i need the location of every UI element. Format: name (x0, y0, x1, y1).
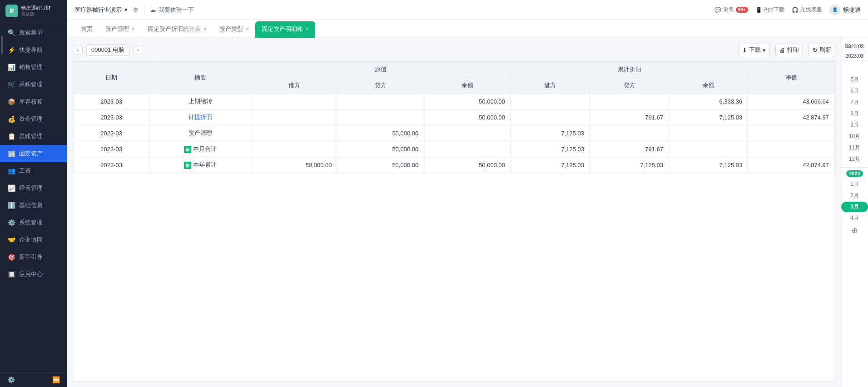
sidebar-item-label: 工资 (19, 167, 31, 175)
cell-accum-balance (669, 141, 748, 157)
cell-orig-debit (251, 109, 337, 125)
sidebar-item-quick-nav[interactable]: ⚡ 快捷导航 (0, 41, 67, 59)
sidebar-item-sales[interactable]: 📊 销售管理 (0, 59, 67, 76)
month-list: 5月 6月 7月 8月 9月 10月 11月 12月 2023 1月 2月 3月… (841, 74, 868, 237)
month-item[interactable]: 6月 (841, 86, 868, 96)
scroll-down-icon[interactable]: ⊕ (850, 224, 859, 237)
messages-button[interactable]: 💬 消息 99+ (714, 6, 748, 14)
second-year-label: 2023.03 (841, 51, 868, 61)
subtotal-icon: ▣ (184, 162, 191, 169)
refresh-button[interactable]: ↻ 刷新 (808, 44, 835, 56)
content-main: ‹ 000001 电脑 › ⬇ 下载 ▾ 🖨 打印 ↻ 刷新 (67, 38, 841, 387)
sidebar-item-fixed-assets[interactable]: 🏢 固定资产 (0, 145, 67, 162)
purchase-icon: 🛒 (7, 80, 15, 89)
service-label: 在线客服 (800, 6, 822, 14)
tab-depreciation-stats[interactable]: 固定资产折旧统计表 × (141, 21, 213, 38)
prev-asset-button[interactable]: ‹ (73, 45, 83, 55)
user-profile[interactable]: 👤 畅捷通 (829, 5, 861, 15)
logo-icon: 财 (5, 5, 18, 17)
month-item[interactable]: 2月 (841, 190, 868, 201)
cell-orig-credit: 50,000.00 (337, 157, 424, 173)
month-item[interactable]: 8月 (841, 109, 868, 119)
company-selector[interactable]: 医疗器械行业演示 ▾ (74, 6, 128, 14)
tab-asset-type[interactable]: 资产类型 × (213, 21, 255, 38)
col-net-value: 净值 (748, 62, 835, 94)
sidebar-item-capital[interactable]: 💰 资金管理 (0, 110, 67, 128)
print-button[interactable]: 🖨 打印 (775, 44, 803, 56)
settings-gear-icon[interactable]: ⚙ (133, 6, 139, 13)
month-item[interactable]: 1月 (841, 179, 868, 189)
sales-icon: 📊 (7, 63, 15, 71)
month-item[interactable]: 7月 (841, 97, 868, 108)
message-icon: 💬 (714, 7, 721, 13)
company-name: 医疗器械行业演示 (74, 6, 122, 14)
cell-orig-balance (424, 141, 511, 157)
panel-close-icon[interactable]: ✕ (859, 42, 864, 49)
cell-orig-credit (337, 94, 424, 109)
sidebar-item-label: 销售管理 (19, 63, 43, 71)
enterprise-icon: 🤝 (7, 236, 15, 244)
topbar: 医疗器械行业演示 ▾ ⚙ ☁ 我要体验一下 💬 消息 99+ 📱 App下载 🎧… (67, 0, 868, 20)
settings-icon[interactable]: ⚙️ (7, 376, 15, 383)
tab-close-icon[interactable]: × (203, 26, 207, 32)
sidebar-item-guide[interactable]: 🎯 新手引导 (0, 248, 67, 266)
month-item[interactable]: 12月 (841, 154, 868, 164)
month-item[interactable]: 4月 (841, 213, 868, 223)
sidebar-item-apps[interactable]: 🔲 应用中心 (0, 266, 67, 283)
download-icon: ⬇ (742, 47, 747, 54)
sidebar-scrollbar-thumb (1, 36, 3, 54)
sidebar-item-basic-info[interactable]: ℹ️ 基础信息 (0, 197, 67, 214)
sidebar-item-label: 企业协同 (19, 236, 43, 244)
tab-label: 固定资产明细账 (262, 25, 303, 33)
dropdown-icon: ▾ (124, 6, 128, 13)
table-row: 2023-03 ▣本年累计 50,000.00 50,000.00 50,000… (74, 157, 835, 173)
app-download-label: App下载 (764, 6, 784, 14)
tab-asset-ledger[interactable]: 固定资产明细账 × (255, 21, 315, 38)
dropdown-chevron-icon: ▾ (763, 47, 766, 54)
col-accumulated-depreciation: 累计折旧 (511, 62, 748, 78)
sidebar-item-label: 库存核算 (19, 98, 43, 106)
tab-close-icon[interactable]: × (306, 26, 309, 32)
app-download-button[interactable]: 📱 App下载 (755, 6, 784, 14)
cell-accum-balance: 7,125.03 (669, 109, 748, 125)
sidebar-item-label: 搜索菜单 (19, 29, 43, 37)
sidebar-item-inventory[interactable]: 📦 库存核算 (0, 93, 67, 110)
next-asset-button[interactable]: › (133, 45, 143, 55)
messages-label: 消息 (723, 6, 734, 14)
month-item[interactable]: 9月 (841, 120, 868, 130)
fixed-assets-icon: 🏢 (7, 149, 15, 158)
experience-button[interactable]: ☁ 我要体验一下 (150, 6, 194, 14)
capital-icon: 💰 (7, 115, 15, 123)
download-button[interactable]: ⬇ 下载 ▾ (738, 44, 770, 56)
month-item[interactable]: 11月 (841, 143, 868, 153)
month-item-active[interactable]: 3月 (841, 202, 868, 212)
sub-col-orig-credit: 贷方 (337, 78, 424, 94)
panel-expand-icon[interactable]: ⊡ (845, 42, 850, 49)
asset-id-display: 000001 电脑 (86, 44, 129, 56)
sidebar-item-payroll[interactable]: 👥 工资 (0, 162, 67, 179)
sidebar-item-purchase[interactable]: 🛒 采购管理 (0, 76, 67, 93)
table-row: 2023-03 上期结转 50,000.00 6,333.36 43,666.6… (74, 94, 835, 109)
customer-service-button[interactable]: 🎧 在线客服 (792, 6, 822, 14)
sidebar-item-label: 总账管理 (19, 132, 43, 140)
cell-orig-debit: 50,000.00 (251, 157, 337, 173)
collapse-icon[interactable]: ⏮️ (52, 376, 60, 383)
system-icon: ⚙️ (7, 218, 15, 227)
year-header: 2023 (841, 167, 868, 178)
cell-summary: ▣本月合计 (149, 141, 251, 157)
sidebar-item-enterprise[interactable]: 🤝 企业协同 (0, 231, 67, 248)
sidebar-item-label: 固定资产 (19, 149, 43, 158)
tab-close-icon[interactable]: × (246, 26, 249, 32)
tab-asset-mgmt[interactable]: 资产管理 × (99, 21, 141, 38)
month-item[interactable]: 5月 (841, 74, 868, 85)
tab-home[interactable]: 首页 (74, 21, 99, 38)
sidebar-item-search[interactable]: 🔍 搜索菜单 (0, 24, 67, 41)
app-name: 畅捷通好业财 (21, 5, 51, 11)
sidebar-item-ops[interactable]: 📈 经营管理 (0, 179, 67, 197)
cell-summary: 资产清理 (149, 125, 251, 141)
tab-close-icon[interactable]: × (132, 26, 135, 32)
sidebar-item-ledger[interactable]: 📋 总账管理 (0, 128, 67, 145)
refresh-label: 刷新 (819, 46, 831, 54)
sidebar-item-system[interactable]: ⚙️ 系统管理 (0, 214, 67, 231)
month-item[interactable]: 10月 (841, 131, 868, 142)
